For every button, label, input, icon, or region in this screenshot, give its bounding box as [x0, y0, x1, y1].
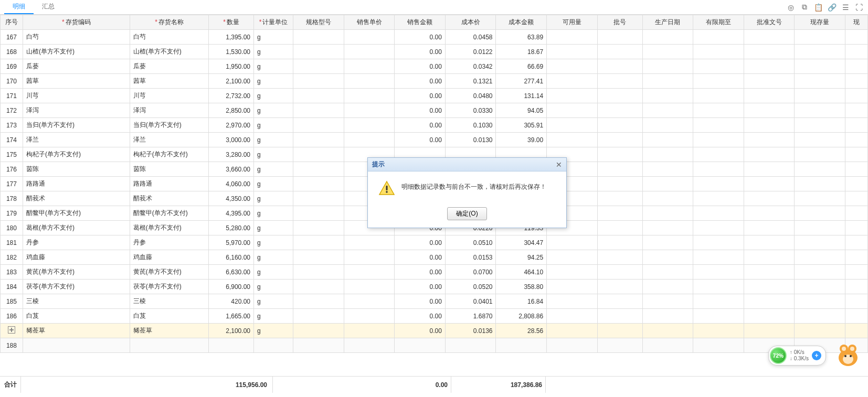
- svg-point-1: [386, 191, 388, 193]
- alert-dialog: 提示 ✕ 明细数据记录数与前台不一致，请核对后再次保存！ 确定(O): [367, 157, 567, 228]
- warning-icon: [378, 180, 395, 197]
- close-icon[interactable]: ✕: [556, 160, 562, 169]
- dialog-message: 明细数据记录数与前台不一致，请核对后再次保存！: [401, 180, 556, 192]
- dialog-title: 提示: [372, 160, 385, 169]
- ok-button[interactable]: 确定(O): [447, 207, 486, 220]
- svg-rect-0: [386, 186, 388, 190]
